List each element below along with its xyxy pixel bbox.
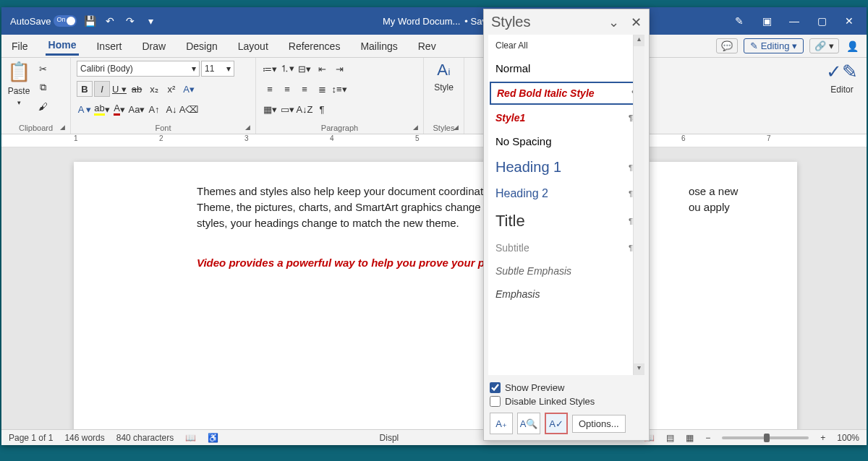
paste-dropdown-icon[interactable]: ▾ [17, 99, 21, 106]
tab-layout[interactable]: Layout [235, 38, 271, 55]
zoom-out-icon[interactable]: − [705, 433, 710, 443]
text-outline-button[interactable]: A ▾ [77, 101, 93, 117]
tab-mailings[interactable]: Mailings [357, 38, 400, 55]
italic-button[interactable]: I [94, 81, 110, 97]
disable-linked-checkbox[interactable]: Disable Linked Styles [490, 395, 643, 408]
status-page[interactable]: Page 1 of 1 [9, 433, 53, 443]
autosave-toggle[interactable]: AutoSave On [10, 15, 77, 27]
borders-button[interactable]: ▭▾ [279, 101, 295, 117]
tab-insert[interactable]: Insert [93, 38, 124, 55]
style-subtitle[interactable]: Subtitle¶a [488, 236, 644, 259]
horizontal-ruler[interactable]: 1 2 3 4 5 6 7 [1, 134, 867, 147]
style-inspector-button[interactable]: A🔍 [517, 413, 540, 434]
zoom-slider[interactable] [722, 436, 809, 439]
justify-button[interactable]: ≣ [314, 81, 330, 97]
paragraph-launcher-icon[interactable]: ◢ [413, 124, 422, 132]
tab-design[interactable]: Design [183, 38, 221, 55]
scroll-down-icon[interactable]: ▾ [634, 363, 644, 375]
pane-collapse-icon[interactable]: ⌄ [608, 14, 619, 30]
style-emphasis[interactable]: Emphasisa [488, 283, 644, 306]
style-clear-all[interactable]: Clear All [488, 35, 644, 56]
tab-file[interactable]: File [9, 38, 31, 55]
align-left-button[interactable]: ≡ [262, 81, 278, 97]
align-center-button[interactable]: ≡ [279, 81, 295, 97]
styles-scrollbar[interactable]: ▴ ▾ [633, 35, 644, 375]
status-chars[interactable]: 840 characters [116, 433, 174, 443]
save-icon[interactable]: 💾 [82, 14, 97, 28]
editing-mode-button[interactable]: ✎ Editing ▾ [744, 38, 804, 53]
multilevel-list-button[interactable]: ⊟▾ [297, 61, 312, 77]
copy-icon[interactable]: ⧉ [35, 79, 51, 95]
style-no-spacing[interactable]: No Spacing¶ [488, 129, 644, 153]
tab-home[interactable]: Home [46, 36, 80, 56]
editor-icon[interactable]: ✓✎ [826, 61, 858, 83]
undo-icon[interactable]: ↶ [103, 14, 117, 28]
web-layout-icon[interactable]: ▦ [686, 433, 694, 443]
zoom-in-icon[interactable]: + [820, 433, 825, 443]
styles-gallery-icon[interactable]: Aᵢ [437, 61, 451, 79]
close-icon[interactable]: ✕ [842, 14, 856, 28]
show-marks-button[interactable]: ¶ [314, 101, 330, 117]
show-preview-checkbox[interactable]: Show Preview [490, 381, 643, 395]
subscript-button[interactable]: x₂ [146, 81, 162, 97]
shrink-font-button[interactable]: A↓ [163, 101, 179, 117]
pane-close-icon[interactable]: ✕ [631, 14, 642, 30]
clipboard-launcher-icon[interactable]: ◢ [60, 124, 69, 132]
text-effects-button[interactable]: A▾ [181, 81, 197, 97]
redo-icon[interactable]: ↷ [123, 14, 137, 28]
tab-references[interactable]: References [286, 38, 344, 55]
tab-review[interactable]: Rev [415, 38, 439, 55]
clear-formatting-button[interactable]: A⌫ [181, 101, 197, 117]
comments-button[interactable]: 💬 [716, 38, 738, 53]
underline-button[interactable]: U ▾ [111, 81, 127, 97]
increase-indent-button[interactable]: ⇥ [331, 61, 347, 77]
maximize-icon[interactable]: ▢ [814, 14, 829, 28]
cut-icon[interactable]: ✂ [35, 61, 51, 77]
superscript-button[interactable]: x² [163, 81, 179, 97]
manage-styles-button[interactable]: A✓ [545, 413, 568, 434]
draw-mode-icon[interactable]: ✎ [732, 14, 746, 28]
style-title[interactable]: Title¶a [488, 206, 644, 236]
scroll-up-icon[interactable]: ▴ [634, 35, 644, 46]
paste-icon[interactable]: 📋 [7, 61, 30, 83]
styles-launcher-icon[interactable]: ◢ [454, 124, 462, 132]
font-family-select[interactable]: Calibri (Body)▾ [77, 61, 200, 77]
bullets-button[interactable]: ≔▾ [262, 61, 278, 77]
align-right-button[interactable]: ≡ [297, 81, 312, 97]
style-normal[interactable]: Normal¶ [488, 56, 644, 80]
spellcheck-icon[interactable]: 📖 [185, 433, 196, 443]
status-display[interactable]: Displ [380, 433, 399, 443]
style-heading-1[interactable]: Heading 1¶a [488, 153, 644, 181]
qat-dropdown-icon[interactable]: ▾ [143, 14, 158, 28]
line-spacing-button[interactable]: ↕≡▾ [331, 81, 347, 97]
strikethrough-button[interactable]: ab [129, 81, 145, 97]
style-subtle-emphasis[interactable]: Subtle Emphasisa [488, 259, 644, 283]
font-color-button[interactable]: A▾ [111, 101, 127, 117]
highlight-button[interactable]: ab▾ [94, 101, 110, 117]
styles-options-button[interactable]: Options... [572, 415, 626, 433]
grow-font-button[interactable]: A↑ [146, 101, 162, 117]
style-style1[interactable]: Style1¶a [488, 106, 644, 129]
autosave-switch-icon[interactable]: On [54, 15, 77, 27]
style-heading-2[interactable]: Heading 2¶a [488, 181, 644, 206]
accessibility-icon[interactable]: ♿ [208, 433, 218, 443]
print-layout-icon[interactable]: ▤ [666, 433, 674, 443]
sort-button[interactable]: A↓Z [297, 101, 312, 117]
style-red-bold-italic[interactable]: Red Bold Italic Style¶ [490, 82, 643, 105]
font-launcher-icon[interactable]: ◢ [245, 124, 254, 132]
bold-button[interactable]: B [77, 81, 93, 97]
format-painter-icon[interactable]: 🖌 [35, 98, 51, 114]
share-button[interactable]: 🔗 ▾ [809, 38, 839, 53]
ribbon-display-icon[interactable]: ▣ [760, 14, 774, 28]
numbering-button[interactable]: ⒈▾ [279, 61, 295, 77]
zoom-level[interactable]: 100% [837, 433, 859, 443]
tab-draw[interactable]: Draw [139, 38, 169, 55]
font-size-select[interactable]: 11▾ [201, 61, 234, 77]
shading-button[interactable]: ▦▾ [262, 101, 278, 117]
decrease-indent-button[interactable]: ⇤ [314, 61, 330, 77]
change-case-button[interactable]: Aa▾ [129, 101, 145, 117]
account-icon[interactable]: 👤 [845, 39, 859, 53]
new-style-button[interactable]: A₊ [490, 413, 513, 434]
minimize-icon[interactable]: — [787, 14, 801, 28]
status-words[interactable]: 146 words [64, 433, 104, 443]
